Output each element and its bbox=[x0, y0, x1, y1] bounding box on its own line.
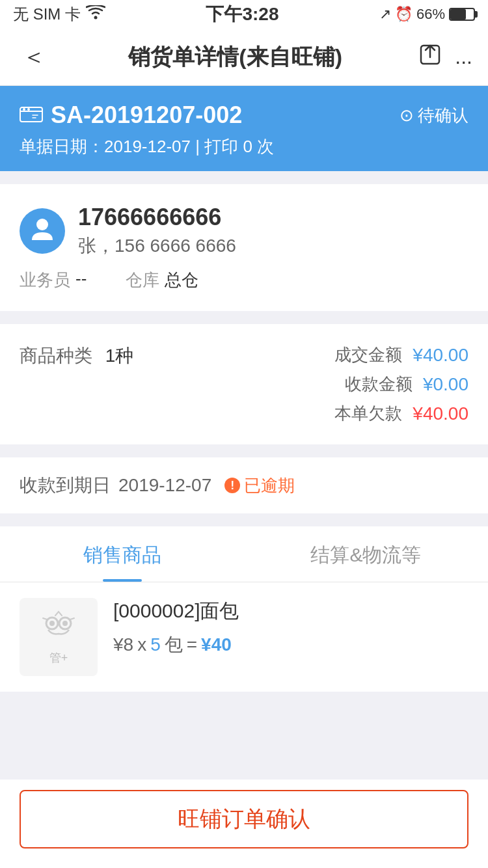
unit-price: ¥8 bbox=[113, 634, 133, 655]
sales-rep-value: -- bbox=[75, 269, 87, 292]
more-button[interactable]: ... bbox=[455, 45, 472, 69]
order-banner: SA-20191207-002 ⊙ 待确认 单据日期：2019-12-07 | … bbox=[0, 86, 488, 171]
warehouse-value: 总仓 bbox=[165, 269, 198, 292]
product-thumbnail: 管+ bbox=[20, 598, 98, 676]
goods-type-row: 商品种类 1种 bbox=[20, 344, 133, 368]
received-amount-label: 收款金额 bbox=[345, 373, 413, 396]
status-bar: 无 SIM 卡 下午3:28 ↗ ⏰ 66% bbox=[0, 0, 488, 29]
product-price-row: ¥8 x 5 包 = ¥40 bbox=[113, 632, 468, 657]
product-total: ¥40 bbox=[201, 634, 232, 655]
location-icon: ↗ bbox=[379, 6, 391, 23]
svg-point-0 bbox=[94, 16, 98, 20]
battery-percent: 66% bbox=[416, 6, 445, 23]
nav-bar: ＜ 销货单详情(来自旺铺) ... bbox=[0, 29, 488, 86]
unit: 包 bbox=[165, 632, 183, 657]
multiply-sign: x bbox=[137, 634, 146, 655]
received-amount-value: ¥0.00 bbox=[423, 374, 468, 395]
product-logo bbox=[39, 609, 78, 647]
customer-meta: 业务员 -- 仓库 总仓 bbox=[20, 269, 468, 292]
customer-name: 张，156 6666 6666 bbox=[78, 234, 468, 258]
trade-amount-label: 成交金额 bbox=[334, 344, 402, 366]
order-date: 单据日期：2019-12-07 | 打印 0 次 bbox=[20, 135, 468, 158]
battery-icon bbox=[449, 8, 475, 21]
tab-settlement[interactable]: 结算&物流等 bbox=[244, 526, 488, 582]
customer-phone: 17666666666 bbox=[78, 204, 468, 231]
status-time: 下午3:28 bbox=[206, 2, 278, 27]
bottom-bar: 旺铺订单确认 bbox=[0, 780, 488, 868]
due-date-section: 收款到期日 2019-12-07 ! 已逾期 bbox=[0, 457, 488, 513]
page-title: 销货单详情(来自旺铺) bbox=[128, 42, 342, 72]
clock-icon: ⊙ bbox=[400, 105, 414, 126]
wifi-icon bbox=[86, 5, 105, 23]
summary-section: 商品种类 1种 成交金额 ¥40.00 收款金额 ¥0.00 本单欠款 ¥40.… bbox=[0, 324, 488, 444]
due-date-value: 2019-12-07 bbox=[118, 475, 211, 496]
status-right: ↗ ⏰ 66% bbox=[379, 6, 475, 23]
order-id: SA-20191207-002 bbox=[20, 102, 242, 129]
svg-point-8 bbox=[49, 621, 55, 626]
product-name: [0000002]面包 bbox=[113, 598, 468, 625]
debt-amount-label: 本单欠款 bbox=[334, 402, 402, 425]
product-item: 管+ [0000002]面包 ¥8 x 5 包 = ¥40 bbox=[0, 582, 488, 692]
order-status: ⊙ 待确认 bbox=[400, 104, 468, 127]
due-date-label: 收款到期日 bbox=[20, 473, 111, 498]
equals-sign: = bbox=[187, 634, 197, 655]
product-qty: 5 bbox=[150, 634, 161, 655]
svg-point-4 bbox=[27, 108, 30, 111]
status-left: 无 SIM 卡 bbox=[13, 4, 105, 25]
share-button[interactable] bbox=[418, 43, 442, 72]
tabs-section: 销售商品 结算&物流等 bbox=[0, 526, 488, 692]
product-details: [0000002]面包 ¥8 x 5 包 = ¥40 bbox=[113, 598, 468, 657]
carrier-text: 无 SIM 卡 bbox=[13, 4, 81, 25]
avatar bbox=[20, 208, 65, 254]
debt-amount-value: ¥40.00 bbox=[413, 403, 468, 424]
customer-card: 17666666666 张，156 6666 6666 业务员 -- 仓库 总仓 bbox=[0, 184, 488, 311]
tab-sales-goods[interactable]: 销售商品 bbox=[0, 526, 244, 582]
sales-rep-label: 业务员 bbox=[20, 269, 70, 292]
svg-point-9 bbox=[62, 621, 68, 626]
overdue-badge: ! 已逾期 bbox=[224, 474, 295, 497]
trade-amount-value: ¥40.00 bbox=[413, 345, 468, 366]
overdue-icon: ! bbox=[224, 478, 240, 493]
tabs-row: 销售商品 结算&物流等 bbox=[0, 526, 488, 582]
svg-point-5 bbox=[36, 219, 48, 230]
order-icon bbox=[20, 102, 43, 129]
nav-actions: ... bbox=[418, 43, 472, 72]
customer-info: 17666666666 张，156 6666 6666 bbox=[78, 204, 468, 258]
confirm-order-button[interactable]: 旺铺订单确认 bbox=[20, 790, 468, 848]
user-icon bbox=[29, 215, 55, 247]
back-button[interactable]: ＜ bbox=[16, 34, 52, 79]
overdue-text: 已逾期 bbox=[244, 474, 295, 497]
svg-point-3 bbox=[23, 108, 25, 111]
warehouse-label: 仓库 bbox=[126, 269, 159, 292]
alarm-icon: ⏰ bbox=[395, 6, 413, 23]
brand-plus: 管+ bbox=[39, 650, 78, 666]
